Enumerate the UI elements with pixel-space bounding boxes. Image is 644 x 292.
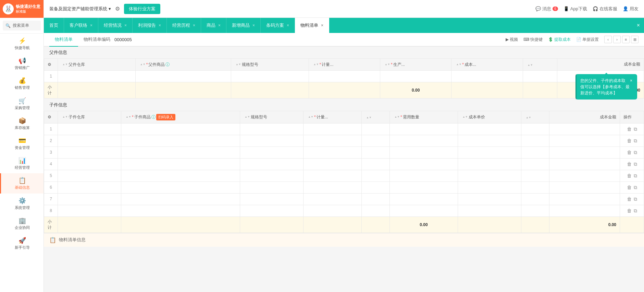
child-extra2-cell[interactable] xyxy=(521,193,549,205)
child-extra-cell[interactable] xyxy=(362,123,390,135)
child-spec-cell[interactable] xyxy=(240,158,304,170)
close-icon[interactable]: × xyxy=(159,23,161,28)
view-action[interactable]: ▶ 视频 xyxy=(506,37,518,43)
child-goods-cell[interactable] xyxy=(121,193,240,205)
child-extra-cell[interactable] xyxy=(362,135,390,147)
child-qty-cell[interactable] xyxy=(390,170,458,182)
tab-history[interactable]: 经营历程 × xyxy=(167,18,201,33)
tab-operations[interactable]: 经营情况 × xyxy=(98,18,133,33)
sidebar-item-operations[interactable]: 📊 经营管理 xyxy=(0,153,44,173)
delete-icon[interactable]: 🗑 xyxy=(627,185,632,190)
copy-icon[interactable]: ⧉ xyxy=(634,161,637,167)
child-extra2-cell[interactable] xyxy=(521,205,549,217)
child-unit-cell[interactable] xyxy=(304,170,362,182)
subtab-bom-list[interactable]: 物料清单 xyxy=(49,33,78,47)
child-unit-cost-cell[interactable] xyxy=(458,170,521,182)
extract-cost-action[interactable]: 💲 提取成本 xyxy=(548,37,571,43)
search-menu-button[interactable]: 🔍 搜索菜单 xyxy=(3,21,41,31)
parent-col-gear[interactable]: ⚙ xyxy=(44,59,58,71)
child-goods-cell[interactable] xyxy=(121,135,240,147)
delete-icon[interactable]: 🗑 xyxy=(627,150,632,155)
sidebar-item-purchase[interactable]: 🛒 采购管理 xyxy=(0,94,44,114)
child-warehouse-cell[interactable] xyxy=(58,170,121,182)
shortcut-action[interactable]: ⌨ 快捷键 xyxy=(523,37,543,43)
close-icon[interactable]: × xyxy=(287,23,289,28)
child-unit-cell[interactable] xyxy=(304,135,362,147)
online-service-action[interactable]: 🎧 在线客服 xyxy=(593,6,617,12)
child-extra2-cell[interactable] xyxy=(521,147,549,158)
system-select[interactable]: 装备及固定资产辅助管理系统 ▾ xyxy=(49,6,111,12)
delete-icon[interactable]: 🗑 xyxy=(627,208,632,214)
close-icon[interactable]: × xyxy=(124,23,127,28)
sidebar-item-inventory[interactable]: 📦 库存核算 xyxy=(0,114,44,133)
close-icon[interactable]: × xyxy=(218,23,221,28)
copy-icon[interactable]: ⧉ xyxy=(634,150,637,155)
child-unit-cell[interactable] xyxy=(304,123,362,135)
child-unit-cell[interactable] xyxy=(304,147,362,158)
menu-arrow[interactable]: ≡ xyxy=(622,36,630,43)
settings-action[interactable]: 📄 单据设置 xyxy=(576,37,599,43)
copy-icon[interactable]: ⧉ xyxy=(634,138,637,144)
child-spec-cell[interactable] xyxy=(240,147,304,158)
child-unit-cost-cell[interactable] xyxy=(458,182,521,193)
next-arrow[interactable]: › xyxy=(613,36,621,43)
parent-spec-cell[interactable] xyxy=(231,70,309,82)
sidebar-item-basic[interactable]: 📋 基础信息 xyxy=(0,173,44,193)
close-icon[interactable]: × xyxy=(321,23,323,28)
child-extra2-cell[interactable] xyxy=(521,158,549,170)
child-unit-cost-cell[interactable] xyxy=(458,158,521,170)
trial-button[interactable]: 体验行业方案 xyxy=(124,4,160,14)
tab-new-goods[interactable]: 新增商品 × xyxy=(226,18,261,33)
app-download-action[interactable]: 📱 App下载 xyxy=(564,6,587,12)
child-qty-cell[interactable] xyxy=(390,158,458,170)
sidebar-item-system[interactable]: ⚙️ 系统管理 xyxy=(0,194,44,213)
tab-bom[interactable]: 物料清单 × xyxy=(295,18,329,33)
tab-customer[interactable]: 客户联络 × xyxy=(64,18,98,33)
child-unit-cost-cell[interactable] xyxy=(458,205,521,217)
parent-extra-cell[interactable] xyxy=(523,70,557,82)
child-warehouse-cell[interactable] xyxy=(58,205,121,217)
copy-icon[interactable]: ⧉ xyxy=(634,126,637,132)
tooltip-close-button[interactable]: × xyxy=(630,78,632,84)
scan-badge[interactable]: 扫码录入 xyxy=(156,114,175,120)
child-unit-cell[interactable] xyxy=(304,182,362,193)
parent-unit-cell[interactable] xyxy=(309,70,380,82)
child-extra2-cell[interactable] xyxy=(521,123,549,135)
child-goods-cell[interactable] xyxy=(121,182,240,193)
child-qty-cell[interactable] xyxy=(390,193,458,205)
sidebar-item-finance[interactable]: 💳 资金管理 xyxy=(0,133,44,153)
child-unit-cost-cell[interactable] xyxy=(458,135,521,147)
tab-home[interactable]: 首页 xyxy=(44,18,64,33)
parent-warehouse-cell[interactable] xyxy=(58,70,136,82)
child-extra2-cell[interactable] xyxy=(521,170,549,182)
child-warehouse-cell[interactable] xyxy=(58,182,121,193)
sidebar-item-marketing[interactable]: 📢 营销推广 xyxy=(0,54,44,73)
expand-arrow[interactable]: ⊞ xyxy=(631,36,639,43)
child-spec-cell[interactable] xyxy=(240,170,304,182)
child-extra-cell[interactable] xyxy=(362,182,390,193)
child-unit-cell[interactable] xyxy=(304,158,362,170)
child-spec-cell[interactable] xyxy=(240,135,304,147)
child-warehouse-cell[interactable] xyxy=(58,147,121,158)
child-warehouse-cell[interactable] xyxy=(58,193,121,205)
child-goods-cell[interactable] xyxy=(121,158,240,170)
child-spec-cell[interactable] xyxy=(240,193,304,205)
child-warehouse-cell[interactable] xyxy=(58,158,121,170)
close-icon[interactable]: × xyxy=(90,23,92,28)
copy-icon[interactable]: ⧉ xyxy=(634,196,637,202)
child-goods-cell[interactable] xyxy=(121,123,240,135)
delete-icon[interactable]: 🗑 xyxy=(627,138,632,144)
sidebar-item-guide[interactable]: 🚀 新手引导 xyxy=(0,233,44,253)
prev-arrow[interactable]: ‹ xyxy=(604,36,612,43)
child-unit-cost-cell[interactable] xyxy=(458,147,521,158)
child-unit-cost-cell[interactable] xyxy=(458,193,521,205)
child-qty-cell[interactable] xyxy=(390,123,458,135)
tab-barcode[interactable]: 条码方案 × xyxy=(261,18,295,33)
child-qty-cell[interactable] xyxy=(390,205,458,217)
child-qty-cell[interactable] xyxy=(390,135,458,147)
messages-action[interactable]: 💬 消息 6 xyxy=(535,6,558,12)
tabbar-close-button[interactable]: × xyxy=(633,22,644,28)
parent-cost-cell[interactable] xyxy=(451,70,523,82)
child-spec-cell[interactable] xyxy=(240,205,304,217)
sidebar-item-quicknav[interactable]: ⚡ 快捷导航 xyxy=(0,34,44,54)
